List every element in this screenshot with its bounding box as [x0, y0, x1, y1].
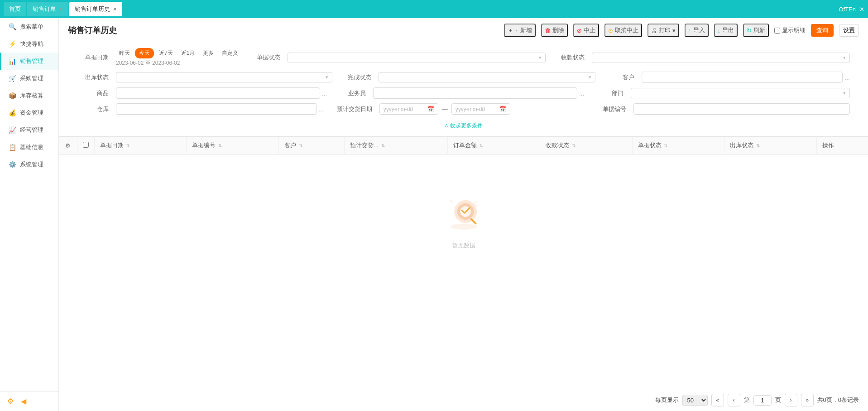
top-bar: 首页 销售订单 ✕ 销售订单历史 ✕ OfTEn ✕: [0, 0, 868, 18]
page-unit-label: 页: [775, 396, 781, 404]
doc-status-select[interactable]: ▾: [288, 53, 546, 63]
top-bar-close[interactable]: ✕: [859, 6, 864, 13]
delete-button[interactable]: 🗑 删除: [541, 24, 568, 37]
sidebar-item-search-menu[interactable]: 🔍 搜索菜单: [0, 18, 58, 35]
customer-sort-icon[interactable]: ⇅: [299, 143, 302, 148]
date-btn-7days[interactable]: 近7天: [156, 48, 176, 58]
sidebar-collapse-icon[interactable]: ◀: [21, 397, 26, 406]
svg-line-7: [450, 201, 452, 202]
product-dots[interactable]: ...: [322, 90, 327, 97]
tab-sales-order-history-close[interactable]: ✕: [113, 6, 117, 12]
warehouse-input[interactable]: [116, 103, 317, 115]
sidebar-item-capital-mgmt[interactable]: 💰 资金管理: [0, 104, 58, 121]
order-no-label: 单据编号: [595, 105, 626, 113]
order-no-input[interactable]: [633, 103, 850, 115]
sidebar-item-basic-info[interactable]: 📋 基础信息: [0, 139, 58, 156]
tab-sales-order-history[interactable]: 销售订单历史 ✕: [69, 2, 122, 16]
page-size-label: 每页显示: [655, 396, 679, 404]
dept-select[interactable]: ▾: [631, 88, 850, 98]
page-input[interactable]: [753, 395, 772, 406]
delivery-date-end[interactable]: yyyy-mm-dd 📅: [451, 103, 510, 115]
sidebar-item-operation-mgmt[interactable]: 📈 经营管理: [0, 121, 58, 139]
th-checkbox[interactable]: [77, 137, 94, 155]
filter-area: 单据日期 昨天 今天 近7天 近1月 更多 自定义 2023-06-02 至 2…: [68, 43, 859, 136]
cancel-stop-button[interactable]: ⊙ 取消中止: [604, 24, 642, 37]
top-bar-brand: OfTEn: [839, 6, 856, 13]
first-page-button[interactable]: «: [711, 394, 724, 406]
sidebar-item-system-mgmt[interactable]: ⚙️ 系统管理: [0, 156, 58, 173]
export-button[interactable]: ↓ 导出: [714, 24, 738, 37]
settings-icon[interactable]: ⚙: [65, 142, 71, 149]
sidebar-item-quick-nav[interactable]: ⚡ 快捷导航: [0, 35, 58, 53]
display-detail-input[interactable]: [774, 28, 780, 34]
salesman-dots[interactable]: ...: [579, 90, 585, 97]
new-icon: ＋: [508, 26, 513, 34]
complete-status-select[interactable]: ▾: [379, 72, 595, 82]
page-size-select[interactable]: 50 20 100: [682, 395, 708, 406]
empty-row: 暂无数据: [59, 155, 868, 286]
print-button[interactable]: 🖨 打印 ▾: [647, 24, 679, 37]
sidebar-bottom: ⚙ ◀: [0, 391, 58, 411]
prev-page-button[interactable]: ‹: [728, 394, 740, 406]
doc-status-sort-icon[interactable]: ⇅: [664, 143, 667, 148]
salesman-input[interactable]: [373, 87, 577, 99]
date-btn-1month[interactable]: 近1月: [178, 48, 198, 58]
out-status-select[interactable]: ▾: [116, 72, 332, 82]
customer-dots[interactable]: ...: [844, 74, 850, 81]
date-btn-custom[interactable]: 自定义: [219, 48, 241, 58]
date-btn-yesterday[interactable]: 昨天: [116, 48, 133, 58]
new-button[interactable]: ＋ + 新增: [504, 24, 536, 37]
sidebar-item-basic-info-label: 基础信息: [20, 143, 43, 151]
import-button[interactable]: ↑ 导入: [685, 24, 709, 37]
settings-button[interactable]: 设置: [839, 24, 859, 37]
no-sort-icon[interactable]: ⇅: [218, 143, 222, 148]
sidebar-settings-icon[interactable]: ⚙: [7, 397, 14, 406]
last-page-button[interactable]: »: [801, 394, 814, 406]
print-icon: 🖨: [651, 27, 657, 34]
date-sort-icon[interactable]: ⇅: [126, 143, 129, 148]
date-btn-more[interactable]: 更多: [200, 48, 217, 58]
refresh-button[interactable]: ↻ 刷新: [743, 24, 769, 37]
status-label: 单据状态: [249, 53, 280, 62]
date-btn-today[interactable]: 今天: [135, 48, 154, 58]
tab-home[interactable]: 首页: [4, 2, 26, 16]
date-quick-btns: 昨天 今天 近7天 近1月 更多 自定义: [116, 48, 241, 58]
query-button[interactable]: 查询: [811, 24, 834, 37]
date-range-text: 2023-06-02 至 2023-06-02: [116, 59, 241, 67]
empty-text: 暂无数据: [452, 242, 475, 250]
operation-mgmt-icon: 📈: [9, 126, 16, 134]
filter-row-warehouse: 仓库 ... 预计交货日期 yyyy-mm-dd 📅 — yyyy-mm-: [77, 103, 850, 115]
sidebar-item-sales-mgmt-label: 销售管理: [20, 57, 43, 65]
next-page-button[interactable]: ›: [785, 394, 797, 406]
tab-home-label: 首页: [9, 5, 21, 13]
date-label: 单据日期: [77, 53, 109, 62]
th-customer: 客户 ⇅: [278, 137, 344, 155]
sidebar-item-inventory-check[interactable]: 📦 库存核算: [0, 87, 58, 104]
delivery-sort-icon[interactable]: ⇅: [381, 143, 385, 148]
refresh-icon: ↻: [747, 27, 752, 34]
customer-input[interactable]: [642, 72, 843, 83]
tab-sales-order-close[interactable]: ✕: [59, 6, 63, 12]
stop-button[interactable]: ⊘ 中止: [573, 24, 599, 37]
collapse-row[interactable]: ∧ 收起更多条件: [77, 119, 850, 131]
product-input[interactable]: [116, 87, 320, 99]
receipt-status-sort-icon[interactable]: ⇅: [572, 143, 575, 148]
table-area: ⚙ 单据日期 ⇅ 单据编号 ⇅: [59, 136, 868, 389]
svg-line-4: [471, 219, 475, 224]
empty-illustration: [441, 191, 486, 236]
out-status-sort-icon[interactable]: ⇅: [756, 143, 760, 148]
sidebar-item-system-mgmt-label: 系统管理: [20, 160, 43, 169]
dept-chevron: ▾: [843, 90, 846, 96]
tab-sales-order[interactable]: 销售订单 ✕: [27, 2, 68, 16]
receipt-status-select[interactable]: ▾: [592, 53, 850, 63]
th-amount: 订单金额 ⇅: [448, 137, 540, 155]
delivery-date-start[interactable]: yyyy-mm-dd 📅: [379, 103, 438, 115]
display-detail-checkbox[interactable]: 显示明细: [774, 26, 806, 34]
sidebar-item-sales-mgmt[interactable]: 📊 销售管理: [0, 53, 58, 70]
select-all-checkbox[interactable]: [83, 142, 89, 148]
warehouse-dots[interactable]: ...: [319, 106, 324, 113]
sidebar-item-purchase-mgmt[interactable]: 🛒 采购管理: [0, 70, 58, 87]
th-settings[interactable]: ⚙: [59, 137, 77, 155]
amount-sort-icon[interactable]: ⇅: [480, 143, 483, 148]
th-operation: 操作: [816, 137, 868, 155]
